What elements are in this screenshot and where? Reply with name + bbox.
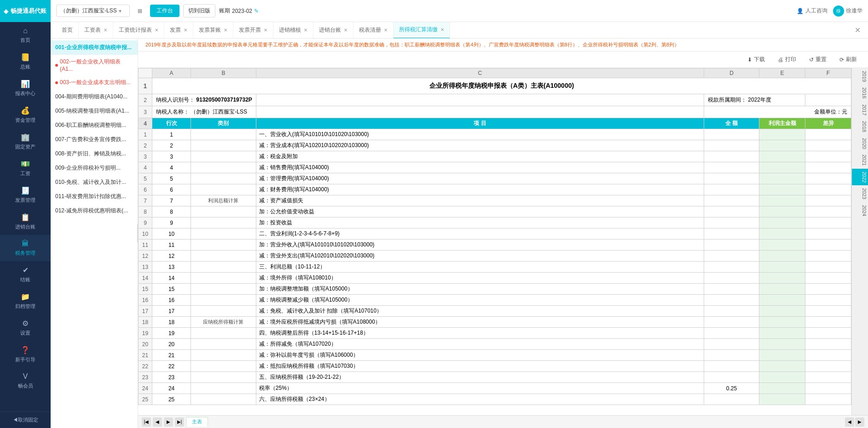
cell-item-6[interactable]: 减：资产减值损失 xyxy=(256,195,704,206)
cell-diff-21[interactable] xyxy=(805,361,851,372)
cell-hangci-8[interactable]: 9 xyxy=(152,217,191,228)
cell-profit-19[interactable] xyxy=(759,339,805,350)
cell-profit-9[interactable] xyxy=(759,228,805,240)
switch-version-button[interactable]: 切到旧版 xyxy=(183,4,215,17)
cell-diff-0[interactable] xyxy=(805,129,851,140)
cell-profit-13[interactable] xyxy=(759,273,805,284)
cell-hangci-21[interactable]: 22 xyxy=(152,361,191,372)
collapse-panel-button[interactable]: ◀ xyxy=(137,224,138,243)
customer-service[interactable]: 👤 人工咨询 xyxy=(797,7,827,15)
cell-profit-3[interactable] xyxy=(759,162,805,173)
cell-diff-12[interactable] xyxy=(805,262,851,273)
cell-hangci-15[interactable]: 16 xyxy=(152,295,191,306)
cell-hangci-17[interactable]: 18 xyxy=(152,317,191,328)
cell-profit-24[interactable] xyxy=(759,394,805,405)
user-profile[interactable]: 徐 徐逢华 xyxy=(833,6,862,17)
cell-hangci-24[interactable]: 25 xyxy=(152,394,191,405)
sidebar-item-inout[interactable]: 📋进销台账 xyxy=(0,208,51,235)
cell-hangci-12[interactable]: 13 xyxy=(152,262,191,273)
cell-item-23[interactable]: 税率（25%） xyxy=(256,383,704,394)
cell-amount-5[interactable] xyxy=(704,184,759,195)
cell-item-12[interactable]: 三、利润总额（10-11-12） xyxy=(256,262,704,273)
cell-profit-16[interactable] xyxy=(759,306,805,317)
tab-invoice_calc[interactable]: 发票算账✕ xyxy=(193,22,233,39)
cell-diff-14[interactable] xyxy=(805,284,851,295)
cell-amount-3[interactable] xyxy=(704,162,759,173)
form-list-item-001[interactable]: 001-企业所得税年度纳税申报... xyxy=(51,40,138,55)
cell-hangci-14[interactable]: 15 xyxy=(152,284,191,295)
cell-item-5[interactable]: 减：财务费用(填写A104000) xyxy=(256,184,704,195)
cell-item-0[interactable]: 一、营业收入(填写A101010\101020\103000) xyxy=(256,129,704,140)
reset-button[interactable]: ↺ 重置 xyxy=(805,54,830,65)
cell-item-14[interactable]: 加：纳税调整增加额（填写A105000） xyxy=(256,284,704,295)
cell-item-4[interactable]: 减：管理费用(填写A104000) xyxy=(256,173,704,184)
timeline-year-2018[interactable]: 2018 xyxy=(852,118,868,135)
cell-hangci-1[interactable]: 2 xyxy=(152,140,191,151)
form-list-item-009[interactable]: 009-企业所得税补亏损明... xyxy=(51,161,138,175)
cell-amount-16[interactable] xyxy=(704,306,759,317)
form-list-item-007[interactable]: 007-广告费和业务宣传费跌... xyxy=(51,132,138,147)
cell-amount-19[interactable] xyxy=(704,339,759,350)
cell-item-2[interactable]: 减：税金及附加 xyxy=(256,151,704,162)
cell-diff-7[interactable] xyxy=(805,206,851,217)
cell-item-10[interactable]: 加：营业外收入(填写A101010\101020\103000) xyxy=(256,240,704,251)
cell-hangci-3[interactable]: 4 xyxy=(152,162,191,173)
cell-diff-23[interactable] xyxy=(805,383,851,394)
cell-profit-0[interactable] xyxy=(759,129,805,140)
cell-item-18[interactable]: 四、纳税调整后所得（13-14+15-16-17+18） xyxy=(256,328,704,339)
sidebar-item-fund[interactable]: 💰资金管理 xyxy=(0,102,51,128)
cell-amount-14[interactable] xyxy=(704,284,759,295)
cell-amount-2[interactable] xyxy=(704,151,759,162)
cell-item-24[interactable]: 六、应纳所得税额（23×24） xyxy=(256,394,704,405)
cell-hangci-23[interactable]: 24 xyxy=(152,383,191,394)
cell-diff-9[interactable] xyxy=(805,228,851,240)
cell-hangci-2[interactable]: 3 xyxy=(152,151,191,162)
timeline-year-2019[interactable]: 2019 xyxy=(852,68,868,85)
tab-close-invoice_calc[interactable]: ✕ xyxy=(224,28,227,33)
cell-hangci-20[interactable]: 21 xyxy=(152,350,191,361)
sidebar-item-ledger[interactable]: 📒总账 xyxy=(0,48,51,75)
cell-amount-23[interactable]: 0.25 xyxy=(704,383,759,394)
cell-item-17[interactable]: 减：境外应税所得抵减境内亏损（填写A108000） xyxy=(256,317,704,328)
cell-profit-10[interactable] xyxy=(759,240,805,251)
sidebar-item-guide[interactable]: ❓新手引导 xyxy=(0,341,51,368)
tab-home[interactable]: 首页 xyxy=(56,22,79,39)
tab-close-income_tax[interactable]: ✕ xyxy=(440,27,444,32)
cell-diff-13[interactable] xyxy=(805,273,851,284)
print-button[interactable]: 🖨 打印 xyxy=(774,54,800,65)
form-list-item-010[interactable]: 010-免税、减计收入及加计... xyxy=(51,175,138,189)
cell-hangci-18[interactable]: 19 xyxy=(152,328,191,339)
cell-diff-3[interactable] xyxy=(805,162,851,173)
cell-diff-1[interactable] xyxy=(805,140,851,151)
cell-item-19[interactable]: 减：所得减免（填写A107020） xyxy=(256,339,704,350)
scroll-left-button[interactable]: ◀ xyxy=(845,417,854,427)
tab-tax_clear[interactable]: 税表清册✕ xyxy=(353,22,393,39)
cell-profit-12[interactable] xyxy=(759,262,805,273)
sidebar-item-asset[interactable]: 🏢固定资产 xyxy=(0,128,51,155)
form-list-item-012[interactable]: 012-减免所得税优惠明细表(... xyxy=(51,204,138,218)
cell-diff-15[interactable] xyxy=(805,295,851,306)
cell-amount-20[interactable] xyxy=(704,350,759,361)
sidebar-item-invoice[interactable]: 🧾发票管理 xyxy=(0,182,51,208)
cell-amount-15[interactable] xyxy=(704,295,759,306)
cell-profit-2[interactable] xyxy=(759,151,805,162)
form-list-item-002[interactable]: 002-一般企业收入明细表(A1... xyxy=(51,55,138,75)
sidebar-item-archive[interactable]: 📁归档管理 xyxy=(0,288,51,314)
timeline-year-2024[interactable]: 2024 xyxy=(852,202,868,219)
cell-item-22[interactable]: 五、应纳税所得额（19-20-21-22） xyxy=(256,372,704,383)
cell-amount-10[interactable] xyxy=(704,240,759,251)
cell-amount-22[interactable] xyxy=(704,372,759,383)
form-list-item-006[interactable]: 006-职工薪酬纳税调整明细... xyxy=(51,118,138,132)
cell-hangci-7[interactable]: 8 xyxy=(152,206,191,217)
cell-profit-18[interactable] xyxy=(759,328,805,339)
timeline-year-2022[interactable]: 2022 xyxy=(852,169,868,185)
copy-icon[interactable]: ⊞ xyxy=(133,5,146,17)
sidebar-unpin[interactable]: ◀取消固定 xyxy=(0,411,51,428)
cell-hangci-16[interactable]: 17 xyxy=(152,306,191,317)
cell-profit-17[interactable] xyxy=(759,317,805,328)
first-sheet-button[interactable]: |◀ xyxy=(142,417,151,427)
cell-profit-22[interactable] xyxy=(759,372,805,383)
cell-profit-6[interactable] xyxy=(759,195,805,206)
cell-diff-17[interactable] xyxy=(805,317,851,328)
cell-profit-7[interactable] xyxy=(759,206,805,217)
